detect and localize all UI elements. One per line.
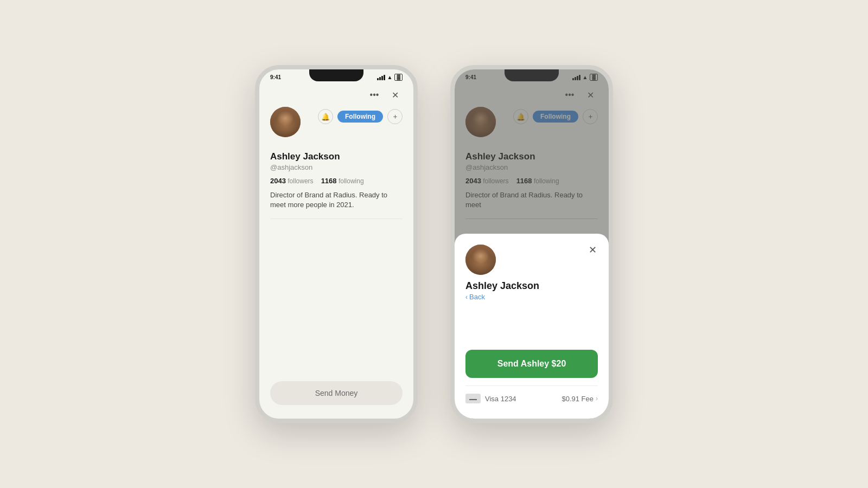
following-stat-1: 1168 following [321, 177, 364, 185]
fee-chevron-icon: › [596, 395, 598, 402]
header-row-1: ••• ✕ [270, 83, 403, 107]
phone-2: 9:41 ▲ ▓ ••• ✕ 🔔 Following ＋ [450, 65, 613, 423]
avatar-1 [270, 107, 301, 137]
card-info: ▬▬ Visa 1234 [465, 394, 516, 403]
status-icons-1: ▲ ▓ [377, 74, 403, 81]
card-icon: ▬▬ [465, 394, 481, 403]
fee-label: $0.91 Fee [561, 395, 593, 403]
fee-info[interactable]: $0.91 Fee › [561, 395, 598, 403]
bio-1: Director of Brand at Radius. Ready to me… [270, 190, 403, 210]
modal-close-button[interactable]: ✕ [585, 242, 600, 258]
profile-section-1: 🔔 Following ＋ Ashley Jackson @ashjackson… [270, 107, 403, 219]
wifi-icon: ▲ [387, 74, 393, 80]
profile-handle-1: @ashjackson [270, 163, 403, 171]
followers-stat-1: 2043 followers [270, 177, 314, 185]
time-1: 9:41 [270, 74, 281, 80]
send-ashley-button[interactable]: Send Ashley $20 [465, 350, 598, 378]
close-button-1[interactable]: ✕ [387, 87, 403, 102]
modal-name: Ashley Jackson [465, 280, 598, 292]
signal-icon [377, 75, 385, 80]
phone-1-content: ••• ✕ 🔔 Following ＋ Ashley Jackson @ashj… [259, 83, 413, 416]
back-label: Back [469, 293, 485, 301]
profile-name-1: Ashley Jackson [270, 151, 403, 162]
notch-1 [309, 69, 363, 81]
fee-row: ▬▬ Visa 1234 $0.91 Fee › [465, 386, 598, 408]
send-money-button-1[interactable]: Send Money [270, 381, 403, 405]
following-count-1: 1168 [321, 177, 337, 185]
modal-back-button[interactable]: ‹ Back [465, 293, 598, 301]
battery-icon: ▓ [394, 74, 403, 81]
stats-row-1: 2043 followers 1168 following [270, 177, 403, 185]
following-button-1[interactable]: Following [337, 111, 383, 123]
amount-area [465, 312, 598, 344]
followers-label-1: followers [288, 177, 313, 185]
add-button-1[interactable]: ＋ [387, 109, 403, 124]
followers-count-1: 2043 [270, 177, 286, 185]
bell-button-1[interactable]: 🔔 [318, 109, 333, 124]
modal-avatar [465, 245, 496, 275]
following-label-1: following [339, 177, 364, 185]
card-label: Visa 1234 [485, 395, 516, 403]
back-chevron-icon: ‹ [465, 293, 468, 301]
more-button-1[interactable]: ••• [367, 87, 382, 102]
phone-1: 9:41 ▲ ▓ ••• ✕ 🔔 Following ＋ [255, 65, 418, 423]
payment-modal: ✕ Ashley Jackson ‹ Back Send Ashley $20 … [455, 234, 609, 419]
